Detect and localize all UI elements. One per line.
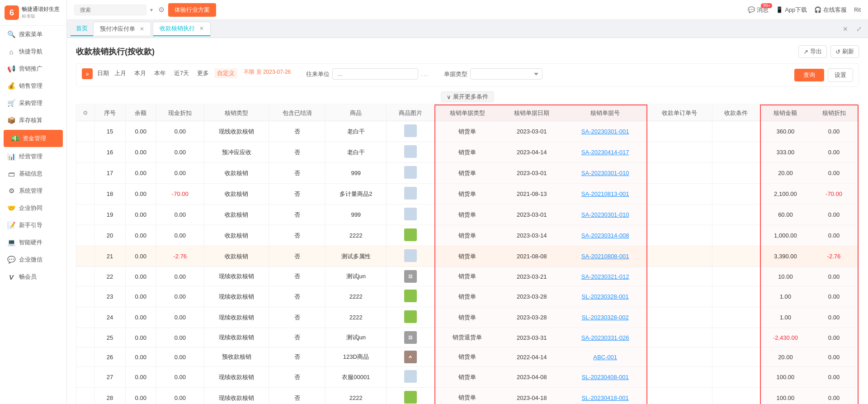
td-receipt-condition — [712, 184, 760, 204]
td-product: 衣服00001 — [326, 367, 387, 388]
td-receipt-condition — [712, 246, 760, 267]
td-included: 否 — [269, 367, 326, 388]
td-verify-bill-no[interactable]: SA-20230414-017 — [564, 142, 647, 163]
industry-solution-button[interactable]: 体验行业方案 — [168, 3, 216, 17]
td-verify-bill-no[interactable]: SA-20210808-001 — [564, 246, 647, 267]
td-verify-type: 收款核销 — [204, 204, 269, 225]
td-verify-bill-no[interactable]: SA-20230301-010 — [564, 204, 647, 225]
tab-home[interactable]: 首页 — [71, 22, 93, 36]
td-verify-bill-no[interactable]: SL-20230408-001 — [564, 367, 647, 388]
td-verify-bill-type: 销货单 — [435, 367, 500, 388]
sidebar-item-wechat[interactable]: 💬 企业微信 — [0, 251, 66, 268]
sidebar-item-system[interactable]: ⚙ 系统管理 — [0, 182, 66, 200]
message-button[interactable]: 💬 消息 99+ — [748, 6, 769, 14]
member-icon: V — [7, 273, 15, 281]
td-settings — [76, 163, 94, 184]
sidebar-item-hardware[interactable]: 💻 智能硬件 — [0, 234, 66, 251]
td-verify-amount: 1.00 — [760, 307, 810, 328]
td-verify-type: 收款核销 — [204, 163, 269, 184]
sidebar-item-guide[interactable]: 📝 新手引导 — [0, 217, 66, 234]
td-verify-bill-no[interactable]: SA-20230314-008 — [564, 225, 647, 246]
td-receipt-order-no — [647, 286, 712, 307]
td-receipt-condition — [712, 286, 760, 307]
refresh-button[interactable]: ↺ 刷新 — [830, 45, 859, 58]
td-verify-bill-type: 销货单 — [435, 267, 500, 286]
filter-7days[interactable]: 近7天 — [171, 68, 192, 78]
column-settings-icon[interactable]: ⚙ — [83, 109, 88, 116]
td-product: 老白干 — [326, 142, 387, 163]
expand-more-conditions-row: ∨ 展开更多条件 — [76, 91, 859, 102]
sidebar-item-purchase[interactable]: 🛒 采购管理 — [0, 95, 66, 112]
tab-receipt[interactable]: 收款核销执行 ✕ — [153, 22, 211, 36]
td-verify-bill-no[interactable]: SA-20210813-001 — [564, 184, 647, 204]
td-settings — [76, 121, 94, 142]
tab-prepay[interactable]: 预付冲应付单 ✕ — [93, 22, 151, 36]
sidebar-item-quicknav[interactable]: ⌂ 快捷导航 — [0, 43, 66, 60]
td-verify-type: 现续收款核销 — [204, 388, 269, 404]
td-verify-bill-no[interactable]: SA-20230301-001 — [564, 121, 647, 142]
td-verify-discount: 0.00 — [810, 204, 858, 225]
td-verify-bill-date: 2023-03-28 — [500, 286, 564, 307]
td-verify-bill-no[interactable]: SL-20230418-001 — [564, 388, 647, 404]
filter-buttons-group: 查询 设置 — [794, 68, 853, 82]
td-num: 28 — [94, 388, 125, 404]
online-service-button[interactable]: 🎧 在线客服 — [814, 6, 847, 14]
filter-custom[interactable]: 自定义 — [214, 68, 237, 78]
expand-more-button[interactable]: ∨ 展开更多条件 — [441, 91, 494, 102]
sidebar-item-inventory[interactable]: 📦 库存核算 — [0, 112, 66, 129]
tab-prepay-close-icon[interactable]: ✕ — [140, 26, 144, 32]
td-receipt-order-no — [647, 142, 712, 163]
sidebar-item-marketing[interactable]: 📢 营销推广 — [0, 60, 66, 77]
query-button[interactable]: 查询 — [794, 69, 824, 81]
filter-expand-button[interactable]: » — [82, 68, 93, 79]
td-verify-bill-no[interactable]: ABC-001 — [564, 347, 647, 367]
sidebar-item-sales[interactable]: 💰 销售管理 — [0, 77, 66, 95]
td-product-img: 🖼 — [387, 328, 435, 347]
filter-last-month[interactable]: 上月 — [112, 68, 129, 78]
td-receipt-order-no — [647, 328, 712, 347]
td-settings — [76, 328, 94, 347]
sidebar-item-enterprise[interactable]: 🤝 企业协同 — [0, 200, 66, 217]
settings-gear-icon[interactable]: ⚙ — [158, 5, 165, 14]
table-row: 17 0.00 0.00 收款核销 否 999 销货单 2023-03-01 S… — [76, 163, 858, 184]
dropdown-arrow-icon[interactable]: ▾ — [150, 7, 153, 13]
filter-this-month[interactable]: 本月 — [132, 68, 149, 78]
filter-settings-button[interactable]: 设置 — [828, 68, 853, 82]
td-product-img — [387, 307, 435, 328]
table-row: 19 0.00 0.00 收款核销 否 999 销货单 2023-03-01 S… — [76, 204, 858, 225]
td-verify-bill-no[interactable]: SL-20230328-001 — [564, 286, 647, 307]
tab-close-all-icon[interactable]: ✕ — [840, 24, 851, 34]
td-verify-bill-no[interactable]: SA-20230301-010 — [564, 163, 647, 184]
sidebar-item-operations[interactable]: 📊 经营管理 — [0, 148, 66, 165]
filter-more-dates[interactable]: 更多 — [194, 68, 212, 78]
sidebar-item-member[interactable]: V 畅会员 — [0, 268, 66, 285]
td-verify-bill-no[interactable]: SA-20230331-026 — [564, 328, 647, 347]
tab-receipt-close-icon[interactable]: ✕ — [199, 25, 204, 32]
sidebar-item-fund[interactable]: 💵 资金管理 — [4, 130, 63, 147]
td-product: 测试jun — [326, 267, 387, 286]
td-verify-bill-no[interactable]: SL-20230328-002 — [564, 307, 647, 328]
td-verify-type: 现续收款核销 — [204, 367, 269, 388]
td-included: 否 — [269, 328, 326, 347]
table-row: 15 0.00 0.00 现线收款核销 否 老白干 销货单 2023-03-01… — [76, 121, 858, 142]
page-actions: ↗ 导出 ↺ 刷新 — [798, 45, 859, 58]
th-verify-bill-type: 核销单据类型 — [435, 105, 500, 121]
filter-this-year[interactable]: 本年 — [151, 68, 169, 78]
topbar-search-input[interactable] — [74, 5, 146, 15]
sidebar-item-search[interactable]: 🔍 搜索菜单 — [0, 26, 66, 43]
td-product-img — [387, 204, 435, 225]
td-receipt-order-no — [647, 246, 712, 267]
td-verify-bill-type: 销货退货单 — [435, 328, 500, 347]
sidebar-item-base[interactable]: 🗃 基础信息 — [0, 165, 66, 182]
main-area: ▾ ⚙ 体验行业方案 💬 消息 99+ 📱 App下载 🎧 在线客服 Rit 首… — [67, 0, 868, 404]
counterpart-input[interactable] — [332, 68, 418, 80]
td-verify-amount: 20.00 — [760, 163, 810, 184]
table-row: 27 0.00 0.00 现续收款核销 否 衣服00001 销货单 2023-0… — [76, 367, 858, 388]
voucher-type-select[interactable] — [470, 68, 542, 80]
app-download-button[interactable]: 📱 App下载 — [776, 6, 807, 14]
tab-expand-icon[interactable]: ⤢ — [854, 24, 864, 34]
table-row: 21 0.00 -2.76 收款核销 否 测试多属性 销货单 2021-08-0… — [76, 246, 858, 267]
filter-counterpart-group: 往来单位 ... — [306, 68, 429, 80]
export-button[interactable]: ↗ 导出 — [798, 45, 827, 58]
td-verify-bill-no[interactable]: SA-20230321-012 — [564, 267, 647, 286]
